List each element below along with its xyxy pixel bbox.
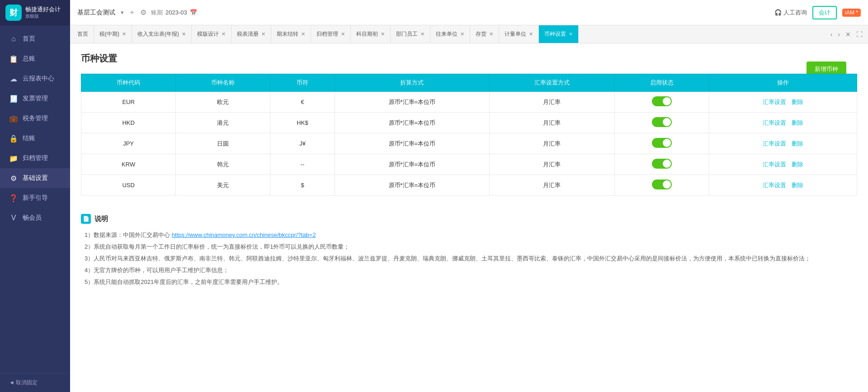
currency-table-wrapper: 币种代码币种名称币符折算方式汇率设置方式启用状态操作 EUR 欧元 € 原币*汇… bbox=[81, 74, 857, 196]
sidebar-item-home[interactable]: ⌂ 首页 bbox=[0, 29, 70, 49]
tab-label: 科目期初 bbox=[356, 30, 378, 38]
tab-[interactable]: 收入支出表(年报)✕ bbox=[132, 25, 192, 43]
header: 基层工会测试 ▾ ＋ ⚙ 账期 2023-03 📅 🎧 人工咨询 会计 iAM … bbox=[70, 0, 868, 25]
tab-[interactable]: 存货✕ bbox=[470, 25, 499, 43]
notice-icon: 📄 bbox=[81, 214, 91, 224]
table-body: EUR 欧元 € 原币*汇率=本位币 月汇率 汇率设置 删除 HKD 港元 HK… bbox=[81, 92, 857, 196]
notice-link[interactable]: https://www.chinamoney.com.cn/chinese/bk… bbox=[172, 231, 316, 238]
sidebar-item-member[interactable]: V 畅会员 bbox=[0, 208, 70, 228]
tab-[interactable]: 往来单位✕ bbox=[430, 25, 470, 43]
consult-button[interactable]: 🎧 人工咨询 bbox=[774, 9, 807, 17]
accounting-button[interactable]: 会计 bbox=[812, 6, 837, 19]
notice-item-4: 4）无官方牌价的币种，可以用用户手工维护汇率信息； bbox=[81, 264, 857, 276]
settings-icon: ⚙ bbox=[9, 174, 18, 183]
tab-close-icon[interactable]: ✕ bbox=[222, 31, 226, 37]
tab-[interactable]: 首页 bbox=[72, 25, 94, 43]
sidebar: 财 畅捷通好会计 旗舰版 ⌂ 首页📋 总账☁ 云报表中心🧾 发票管理💼 税务管理… bbox=[0, 0, 70, 392]
tab-close-icon[interactable]: ✕ bbox=[529, 31, 533, 37]
company-dropdown-icon[interactable]: ▾ bbox=[121, 9, 124, 16]
settings-icon[interactable]: ⚙ bbox=[140, 8, 146, 17]
notice-list: 1）数据来源：中国外汇交易中心 https://www.chinamoney.c… bbox=[81, 229, 857, 288]
tab-[interactable]: 币种设置✕ bbox=[539, 25, 579, 43]
table-row: KRW 韩元 -- 原币*汇率=本位币 月汇率 汇率设置 删除 bbox=[81, 154, 857, 175]
enable-toggle-EUR[interactable] bbox=[652, 96, 672, 106]
sidebar-item-archive[interactable]: 📁 归档管理 bbox=[0, 148, 70, 168]
tab-[interactable]: 归档管理✕ bbox=[311, 25, 351, 43]
tab-close-icon[interactable]: ✕ bbox=[420, 31, 425, 37]
tab-close-icon[interactable]: ✕ bbox=[381, 31, 385, 37]
sidebar-item-ledger[interactable]: 📋 总账 bbox=[0, 49, 70, 69]
user-badge[interactable]: iAM * bbox=[842, 9, 861, 17]
consult-label: 人工咨询 bbox=[783, 9, 807, 17]
sidebar-item-guide[interactable]: ❓ 新手引导 bbox=[0, 188, 70, 208]
tab-close-icon[interactable]: ✕ bbox=[122, 31, 126, 37]
toggle-knob bbox=[663, 139, 671, 147]
tab-close-icon[interactable]: ✕ bbox=[261, 31, 265, 37]
col-header-币种代码: 币种代码 bbox=[81, 74, 176, 92]
tab-label: 首页 bbox=[77, 30, 88, 38]
delete-link-HKD[interactable]: 删除 bbox=[792, 119, 803, 126]
home-icon: ⌂ bbox=[9, 34, 18, 43]
tab-label: 税(中期) bbox=[99, 30, 119, 38]
rate-setting-link-HKD[interactable]: 汇率设置 bbox=[763, 119, 786, 126]
table-row: HKD 港元 HK$ 原币*汇率=本位币 月汇率 汇率设置 删除 bbox=[81, 113, 857, 133]
tab-[interactable]: 税(中期)✕ bbox=[94, 25, 132, 43]
delete-link-JPY[interactable]: 删除 bbox=[792, 140, 803, 147]
rate-method: 月汇率 bbox=[490, 154, 614, 175]
sidebar-item-reports[interactable]: ☁ 云报表中心 bbox=[0, 69, 70, 89]
tab-close-icon[interactable]: ✕ bbox=[182, 31, 186, 37]
tab-close-icon[interactable]: ✕ bbox=[301, 31, 305, 37]
tab-[interactable]: 模版设计✕ bbox=[192, 25, 231, 43]
tab-next-button[interactable]: › bbox=[836, 30, 842, 39]
logo-sub: 旗舰版 bbox=[25, 13, 61, 19]
currency-name: 美元 bbox=[176, 175, 270, 196]
delete-link-EUR[interactable]: 删除 bbox=[792, 99, 803, 105]
tab-[interactable]: 税表清册✕ bbox=[231, 25, 271, 43]
currency-name: 韩元 bbox=[176, 154, 270, 175]
currency-code: JPY bbox=[81, 133, 176, 154]
sidebar-item-settings[interactable]: ⚙ 基础设置 bbox=[0, 168, 70, 188]
enable-toggle-USD[interactable] bbox=[652, 179, 672, 189]
col-header-折算方式: 折算方式 bbox=[335, 74, 490, 92]
action-cell: 汇率设置 删除 bbox=[709, 154, 857, 175]
rate-setting-link-EUR[interactable]: 汇率设置 bbox=[763, 99, 786, 105]
tab-[interactable]: 部门员工✕ bbox=[391, 25, 430, 43]
reports-icon: ☁ bbox=[9, 74, 18, 83]
tab-[interactable]: 科目期初✕ bbox=[351, 25, 391, 43]
table-header: 币种代码币种名称币符折算方式汇率设置方式启用状态操作 bbox=[81, 74, 857, 92]
archive-icon: 📁 bbox=[9, 154, 18, 163]
tab-[interactable]: 期末结转✕ bbox=[271, 25, 311, 43]
notice-item-3: 3）人民币对马来西亚林吉特、俄罗斯卢布、南非兰特、韩元、阿联酋迪拉姆、沙特里亚尔… bbox=[81, 253, 857, 264]
tab-close-all-button[interactable]: ✕ bbox=[844, 30, 853, 39]
delete-link-KRW[interactable]: 删除 bbox=[792, 161, 803, 168]
rate-setting-link-KRW[interactable]: 汇率设置 bbox=[763, 161, 786, 168]
col-header-启用状态: 启用状态 bbox=[614, 74, 709, 92]
currency-symbol: J¥ bbox=[270, 133, 335, 154]
sidebar-pin-toggle[interactable]: ◄ 取消固定 bbox=[0, 373, 70, 392]
tab-close-icon[interactable]: ✕ bbox=[460, 31, 464, 37]
delete-link-USD[interactable]: 删除 bbox=[792, 182, 803, 189]
tab-[interactable]: 计量单位✕ bbox=[499, 25, 539, 43]
calendar-icon[interactable]: 📅 bbox=[190, 9, 197, 16]
tab-close-icon[interactable]: ✕ bbox=[569, 31, 573, 37]
currency-name: 港元 bbox=[176, 113, 270, 133]
logo-icon: 财 bbox=[5, 5, 22, 21]
rate-setting-link-JPY[interactable]: 汇率设置 bbox=[763, 140, 786, 147]
sidebar-item-tax[interactable]: 💼 税务管理 bbox=[0, 109, 70, 128]
period-value[interactable]: 2023-03 bbox=[165, 9, 187, 16]
tab-close-icon[interactable]: ✕ bbox=[341, 31, 345, 37]
app-logo: 财 畅捷通好会计 旗舰版 bbox=[0, 0, 70, 25]
rate-setting-link-USD[interactable]: 汇率设置 bbox=[763, 182, 786, 189]
enable-toggle-HKD[interactable] bbox=[652, 117, 672, 127]
add-company-icon[interactable]: ＋ bbox=[128, 8, 136, 17]
tab-expand-button[interactable]: ⛶ bbox=[854, 30, 864, 39]
sidebar-item-closing[interactable]: 🔒 结账 bbox=[0, 128, 70, 148]
calc-method: 原币*汇率=本位币 bbox=[335, 175, 490, 196]
calc-method: 原币*汇率=本位币 bbox=[335, 92, 490, 113]
tab-close-icon[interactable]: ✕ bbox=[489, 31, 493, 37]
enable-toggle-JPY[interactable] bbox=[652, 138, 672, 148]
tab-prev-button[interactable]: ‹ bbox=[829, 30, 835, 39]
sidebar-item-invoice[interactable]: 🧾 发票管理 bbox=[0, 89, 70, 109]
sidebar-label-settings: 基础设置 bbox=[23, 174, 48, 182]
enable-toggle-KRW[interactable] bbox=[652, 159, 672, 169]
